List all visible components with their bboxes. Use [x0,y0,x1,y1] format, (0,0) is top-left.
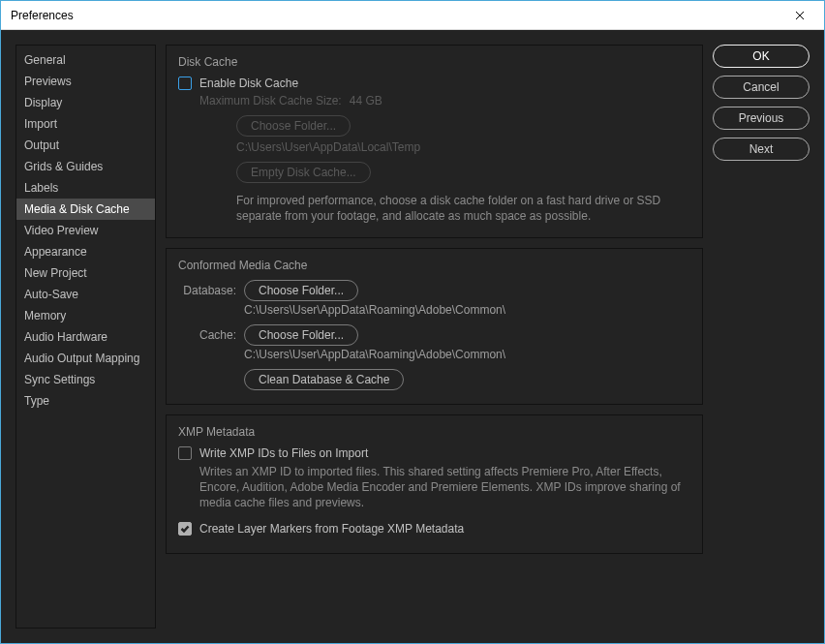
cache-row: Cache: Choose Folder... [178,324,690,346]
next-button[interactable]: Next [713,138,810,161]
window-title: Preferences [11,9,74,22]
layer-markers-label: Create Layer Markers from Footage XMP Me… [199,522,464,536]
max-size-row: Maximum Disk Cache Size: 44 GB [199,94,690,107]
sidebar-item-labels[interactable]: Labels [16,177,155,199]
sidebar-item-type[interactable]: Type [16,390,155,412]
group-conformed: Conformed Media Cache Database: Choose F… [166,248,703,405]
disk-cache-hint: For improved performance, choose a disk … [236,193,690,224]
clean-row: Clean Database & Cache [244,369,690,390]
enable-disk-cache-label: Enable Disk Cache [199,77,298,90]
write-xmp-hint: Writes an XMP ID to imported files. This… [199,464,690,510]
disk-choose-folder-row: Choose Folder... [236,115,690,137]
sidebar-item-media-disk-cache[interactable]: Media & Disk Cache [16,199,155,220]
actions-column: OK Cancel Previous Next [713,45,810,630]
sidebar-item-auto-save[interactable]: Auto-Save [16,284,155,305]
sidebar-item-audio-output-mapping[interactable]: Audio Output Mapping [16,348,155,369]
layer-markers-row: Create Layer Markers from Footage XMP Me… [178,522,690,536]
cache-label: Cache: [178,328,236,342]
sidebar-item-video-preview[interactable]: Video Preview [16,220,155,241]
cache-choose-folder-button[interactable]: Choose Folder... [244,324,358,346]
group-disk-cache: Disk Cache Enable Disk Cache Maximum Dis… [166,45,703,238]
group-title: XMP Metadata [178,425,690,439]
sidebar-item-display[interactable]: Display [16,92,155,113]
disk-choose-folder-button: Choose Folder... [236,115,351,137]
empty-cache-row: Empty Disk Cache... [236,162,690,183]
disk-folder-path-row: C:\Users\User\AppData\Local\Temp [236,140,690,154]
disk-folder-path: C:\Users\User\AppData\Local\Temp [236,140,420,154]
database-row: Database: Choose Folder... [178,280,690,301]
database-choose-folder-button[interactable]: Choose Folder... [244,280,358,301]
sidebar-item-audio-hardware[interactable]: Audio Hardware [16,326,155,348]
write-xmp-row: Write XMP IDs to Files on Import [178,446,690,460]
enable-disk-cache-row: Enable Disk Cache [178,77,690,90]
write-xmp-checkbox[interactable] [178,446,192,460]
write-xmp-label: Write XMP IDs to Files on Import [199,446,368,460]
database-label: Database: [178,284,236,297]
sidebar-item-grids-guides[interactable]: Grids & Guides [16,156,155,177]
sidebar-item-output[interactable]: Output [16,135,155,156]
layer-markers-checkbox[interactable] [178,522,192,536]
group-title: Disk Cache [178,55,690,69]
close-icon [795,11,805,20]
check-icon [180,524,190,534]
enable-disk-cache-checkbox[interactable] [178,77,192,90]
max-size-label: Maximum Disk Cache Size: [199,94,342,107]
sidebar-item-new-project[interactable]: New Project [16,262,155,284]
max-size-value: 44 GB [350,94,382,107]
sidebar-item-memory[interactable]: Memory [16,305,155,326]
group-title: Conformed Media Cache [178,259,690,272]
close-button[interactable] [785,1,814,30]
previous-button[interactable]: Previous [713,107,810,130]
content-area: GeneralPreviewsDisplayImportOutputGrids … [1,30,824,644]
cache-path: C:\Users\User\AppData\Roaming\Adobe\Comm… [244,348,690,361]
sidebar: GeneralPreviewsDisplayImportOutputGrids … [15,45,156,629]
sidebar-item-previews[interactable]: Previews [16,71,155,92]
ok-button[interactable]: OK [713,45,810,68]
sidebar-item-general[interactable]: General [16,49,155,71]
sidebar-item-appearance[interactable]: Appearance [16,241,155,262]
sidebar-item-sync-settings[interactable]: Sync Settings [16,369,155,390]
titlebar: Preferences [1,1,824,30]
cancel-button[interactable]: Cancel [713,76,810,99]
empty-disk-cache-button: Empty Disk Cache... [236,162,371,183]
clean-database-cache-button[interactable]: Clean Database & Cache [244,369,404,390]
sidebar-item-import[interactable]: Import [16,113,155,135]
database-path: C:\Users\User\AppData\Roaming\Adobe\Comm… [244,303,690,317]
main-panel: Disk Cache Enable Disk Cache Maximum Dis… [166,45,703,630]
group-xmp: XMP Metadata Write XMP IDs to Files on I… [166,414,703,554]
